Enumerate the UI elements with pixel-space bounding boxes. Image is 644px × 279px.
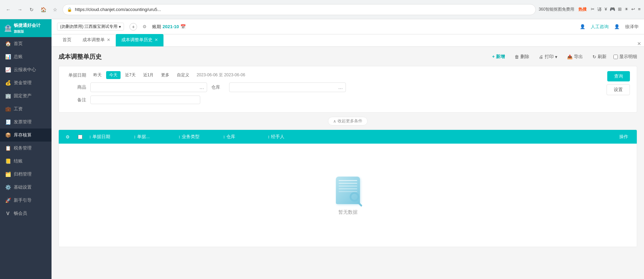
show-cols-toggle[interactable]: 显示明细 <box>613 54 637 60</box>
sidebar-item-guide[interactable]: 🚀 新手引导 <box>0 194 52 207</box>
sidebar-item-close[interactable]: 📒 结账 <box>0 155 52 168</box>
sidebar-item-member[interactable]: V 畅会员 <box>0 207 52 220</box>
note-filter-input[interactable] <box>90 96 200 104</box>
home-button[interactable]: 🏠 <box>38 5 48 14</box>
undo-icon[interactable]: ↩ <box>631 7 635 13</box>
tab-cost-history-close[interactable]: ✕ <box>155 37 158 42</box>
inventory-icon: 📦 <box>5 132 11 138</box>
tab-cost-history[interactable]: 成本调整单历史 ✕ <box>116 34 163 46</box>
forward-button[interactable]: → <box>15 5 25 14</box>
tab-cost-adjust-close[interactable]: ✕ <box>107 37 110 42</box>
warehouse-selector[interactable]: ... <box>229 82 346 92</box>
ledger-icon: 📊 <box>5 54 11 59</box>
settings-button[interactable]: 设置 <box>607 84 630 95</box>
page-header: 成本调整单历史 + 新增 🗑 删除 🖨 打印 ▾ 📤 导出 <box>58 52 637 61</box>
sidebar-item-inventory[interactable]: 📦 库存核算 <box>0 129 52 142</box>
warehouse-filter-label: 仓库 <box>211 84 225 90</box>
member-icon: V <box>5 211 11 216</box>
sidebar-item-ledger[interactable]: 📊 总账 <box>0 50 52 63</box>
date-btn-1month[interactable]: 近1月 <box>140 71 157 79</box>
magnifier-circle <box>350 192 359 202</box>
finance-icon: 💰 <box>5 80 11 86</box>
export-button[interactable]: 📤 导出 <box>564 52 586 61</box>
empty-illustration <box>332 175 363 206</box>
sidebar-item-settings-label: 基础设置 <box>14 184 32 190</box>
address-bar[interactable]: 🔒 https://cloud.chanjet.com/accounting/u… <box>63 4 536 15</box>
show-cols-checkbox[interactable] <box>613 55 618 59</box>
query-button[interactable]: 查询 <box>607 71 630 81</box>
translate-icon[interactable]: 译 <box>597 7 602 13</box>
guide-icon: 🚀 <box>5 198 11 203</box>
menu-icon[interactable]: ≡ <box>638 7 641 13</box>
show-cols-label: 显示明细 <box>619 54 637 60</box>
delete-button[interactable]: 🗑 删除 <box>512 52 532 61</box>
collapse-button[interactable]: ∧ 收起更多条件 <box>328 117 368 125</box>
empty-magnifier-shape <box>350 192 363 206</box>
star-button[interactable]: ☆ <box>50 5 60 14</box>
th-type[interactable]: ↕ 业务类型 <box>176 134 220 140</box>
logo-sub: 旗舰版 <box>14 29 41 34</box>
extension-search-label: 360智能抠图免费用 <box>539 7 574 12</box>
url-text: https://cloud.chanjet.com/accounting/uru… <box>75 7 161 12</box>
date-btn-yesterday[interactable]: 昨天 <box>90 71 105 79</box>
grid-icon[interactable]: ⊞ <box>618 7 622 13</box>
invoice-icon: 🧾 <box>5 119 11 125</box>
user-service-label[interactable]: 人工咨询 <box>591 24 609 30</box>
th-num[interactable]: ↕ 单据... <box>131 134 176 140</box>
sidebar-item-inventory-label: 库存核算 <box>14 132 32 138</box>
period-label: 账期 <box>152 24 161 30</box>
add-button[interactable]: + 新增 <box>489 52 508 61</box>
page-content: 成本调整单历史 + 新增 🗑 删除 🖨 打印 ▾ 📤 导出 <box>52 47 644 279</box>
sidebar-menu: 🏠 首页 📊 总账 📈 云报表中心 💰 资金管理 🏢 固定资产 💼 工资 <box>0 37 52 279</box>
date-btn-today[interactable]: 今天 <box>106 71 121 79</box>
table-gear-icon[interactable]: ⚙ <box>61 134 74 140</box>
tab-close-all-icon[interactable]: ✕ <box>637 41 641 46</box>
sidebar-item-tax[interactable]: 📋 税务管理 <box>0 142 52 155</box>
date-btn-custom[interactable]: 自定义 <box>174 71 192 79</box>
toolbar-icons: ✂ 译 ¥ 🎮 ⊞ ☀ ↩ ≡ <box>591 7 641 13</box>
company-selector[interactable]: (勿删勿禁用) 江西服宝测试专用 ▾ <box>57 23 124 31</box>
goods-selector[interactable]: ... <box>90 82 207 92</box>
sidebar-item-finance[interactable]: 💰 资金管理 <box>0 76 52 89</box>
calendar-icon[interactable]: 📅 <box>180 24 186 29</box>
user-name-label[interactable]: 徐泽华 <box>625 24 639 30</box>
refresh-button[interactable]: ↻ 刷新 <box>590 52 609 61</box>
tab-cost-adjust[interactable]: 成本调整单 ✕ <box>77 34 116 46</box>
collapse-bar: ∧ 收起更多条件 <box>58 117 637 125</box>
period-display: 账期 2021-10 📅 <box>152 24 186 30</box>
settings-gear-icon[interactable]: ⚙ <box>143 24 147 29</box>
add-company-button[interactable]: + <box>129 23 137 31</box>
page-title: 成本调整单历史 <box>58 53 102 61</box>
top-bar: (勿删勿禁用) 江西服宝测试专用 ▾ + ⚙ 账期 2021-10 📅 👤 人工… <box>52 19 644 34</box>
sidebar-item-salary[interactable]: 💼 工资 <box>0 102 52 115</box>
sidebar-item-home-label: 首页 <box>14 41 23 47</box>
sidebar-item-archive[interactable]: 🗂️ 归档管理 <box>0 168 52 181</box>
sidebar-item-report[interactable]: 📈 云报表中心 <box>0 63 52 76</box>
print-chevron-icon: ▾ <box>555 54 557 59</box>
browser-nav-buttons: ← → ↻ 🏠 ☆ <box>3 5 60 14</box>
logo-name: 畅捷通好会计 <box>14 22 41 29</box>
th-warehouse[interactable]: ↕ 仓库 <box>220 134 265 140</box>
game-icon[interactable]: 🎮 <box>610 7 615 13</box>
reload-button[interactable]: ↻ <box>27 5 36 14</box>
tabs-bar: 首页 成本调整单 ✕ 成本调整单历史 ✕ ✕ <box>52 34 644 47</box>
date-btn-more[interactable]: 更多 <box>158 71 172 79</box>
th-date-label: ↕ 单据日期 <box>89 134 110 140</box>
sidebar-item-settings[interactable]: ⚙️ 基础设置 <box>0 181 52 194</box>
sidebar-item-home[interactable]: 🏠 首页 <box>0 37 52 50</box>
tab-home[interactable]: 首页 <box>57 34 77 46</box>
select-all-checkbox[interactable] <box>78 135 82 139</box>
sidebar-item-assets[interactable]: 🏢 固定资产 <box>0 89 52 102</box>
sun-icon[interactable]: ☀ <box>624 7 629 13</box>
th-date[interactable]: ↕ 单据日期 <box>86 134 131 140</box>
th-ops-label: 操作 <box>619 134 628 140</box>
th-person[interactable]: ↕ 经手人 <box>265 134 309 140</box>
print-button[interactable]: 🖨 打印 ▾ <box>536 52 560 61</box>
back-button[interactable]: ← <box>3 5 13 14</box>
sidebar-item-invoice[interactable]: 🧾 发票管理 <box>0 115 52 129</box>
table-select-all[interactable] <box>74 135 86 139</box>
scissors-icon[interactable]: ✂ <box>591 7 595 13</box>
money-icon[interactable]: ¥ <box>605 7 607 13</box>
date-btn-7days[interactable]: 近7天 <box>122 71 139 79</box>
th-warehouse-label: ↕ 仓库 <box>223 134 235 140</box>
